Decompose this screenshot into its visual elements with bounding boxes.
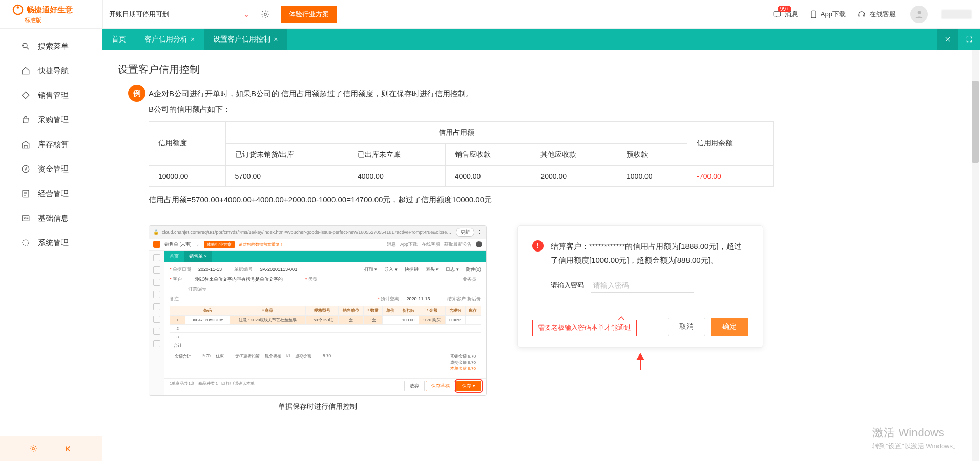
bag-icon [20,115,31,125]
sidebar-item-label: 经营管理 [38,189,69,199]
user-icon [914,9,924,19]
th-credit-limit: 信用额度 [149,121,226,165]
tab-bar: 首页 客户信用分析× 设置客户信用控制× [102,29,980,50]
sidebar-item-operation[interactable]: 经营管理 [0,181,102,206]
mini-logo-icon [153,241,160,248]
th-col: 预收款 [617,143,687,165]
credit-control-dialog: ! 结算客户：************的信用占用额为[1888.00元]，超过了… [517,225,763,348]
th-col: 其他应收款 [531,143,617,165]
password-callout: 需要老板输入密码本单才能通过 [532,320,637,336]
warehouse-icon [20,139,31,150]
tab-fullscreen-button[interactable] [958,29,980,50]
th-col: 已出库未立账 [348,143,446,165]
sidebar-item-label: 资金管理 [38,164,69,174]
sidebar-item-system[interactable]: 系统管理 [0,230,102,255]
sidebar-item-inventory[interactable]: 库存核算 [0,132,102,157]
warning-icon: ! [532,240,544,252]
sidebar-item-label: 采购管理 [38,115,69,125]
close-icon[interactable]: × [191,35,195,44]
ring-icon [20,238,31,248]
sidebar-item-sales[interactable]: 销售管理 [0,83,102,108]
svg-point-12 [23,240,29,246]
sidebar-item-label: 快捷导航 [38,66,69,76]
report-icon [20,188,31,199]
sidebar-item-label: 库存核算 [38,140,69,150]
svg-point-2 [264,13,267,15]
example-badge: 例 [128,85,145,102]
page-title: 设置客户信用控制 [118,62,965,76]
svg-point-13 [32,448,35,450]
lock-icon: 🔒 [153,229,159,235]
search-icon [20,41,31,51]
th-col: 销售应收款 [445,143,531,165]
sidebar-item-quicknav[interactable]: 快捷导航 [0,58,102,83]
th-col: 已订货未销货/出库 [225,143,348,165]
brand-icon [12,4,24,15]
settings-gear-button[interactable] [256,10,275,19]
account-dropdown[interactable]: 开账日期可停用可删 ⌄ [102,0,256,28]
th-credit-remain: 信用用余额 [687,121,774,165]
online-service-button[interactable]: 在线客服 [857,10,896,19]
example-section: 例 A企对B公司进行开单时，如果B公司的 信用占用额超过了信用额度，则在保存时进… [118,87,965,427]
home-icon [20,66,31,76]
sidebar-item-label: 基础信息 [38,214,69,223]
money-icon: ¥ [20,164,31,174]
scrollbar-thumb[interactable] [972,81,979,163]
avatar[interactable] [910,6,928,23]
credit-formula: 信用占用额=5700.00+4000.00+4000.00+2000.00-10… [149,195,949,205]
sidebar-item-basicinfo[interactable]: 基础信息 [0,206,102,230]
svg-point-5 [918,11,921,14]
footer-gear-button[interactable] [29,444,38,453]
sidebar: 搜索菜单 快捷导航 销售管理 采购管理 库存核算 ¥ 资金管理 [0,29,102,461]
svg-rect-4 [811,11,816,17]
cancel-button[interactable]: 取消 [668,318,705,336]
svg-point-11 [24,217,25,219]
tag-icon [20,90,31,100]
phone-icon [809,10,818,19]
example-description: A企对B公司进行开单时，如果B公司的 信用占用额超过了信用额度，则在保存时进行信… [149,87,949,101]
example-subtitle: B公司的信用额占如下： [149,104,949,114]
mini-screenshot: 🔒 cloud.chanjet.com/req/u/1/pbr/cm?ds/?m… [149,225,487,396]
sidebar-item-funds[interactable]: ¥ 资金管理 [0,157,102,181]
card-icon [20,213,31,223]
username[interactable] [941,10,972,19]
windows-watermark: 激活 Windows 转到"设置"以激活 Windows。 [872,425,960,451]
password-input[interactable] [591,278,694,293]
sidebar-item-label: 系统管理 [38,238,69,248]
sidebar-item-search[interactable]: 搜索菜单 [0,34,102,58]
sidebar-item-label: 搜索菜单 [38,41,69,51]
arrow-icon [636,353,644,360]
chevron-down-icon: ⌄ [243,10,249,18]
illustration-caption: 单据保存时进行信用控制 [149,402,487,411]
brand-edition: 标准版 [25,16,41,24]
tab-credit-control[interactable]: 设置客户信用控制× [204,29,287,50]
ok-button[interactable]: 确定 [711,318,748,336]
close-icon[interactable]: × [274,35,278,44]
gear-icon [261,10,270,19]
footer-collapse-button[interactable] [65,445,74,452]
tab-home[interactable]: 首页 [102,29,135,50]
th-credit-occupy: 信用占用额 [225,121,687,143]
headset-icon [857,10,866,19]
brand-name: 畅捷通好生意 [27,5,73,15]
svg-rect-10 [22,216,29,221]
messages-button[interactable]: 消息 99+ [773,10,798,19]
app-download-button[interactable]: App下载 [809,10,846,19]
table-row: 10000.00 5700.00 4000.00 4000.00 2000.00… [149,165,774,186]
svg-text:¥: ¥ [24,167,27,172]
svg-point-1 [17,6,19,9]
logo: 畅捷通好生意 标准版 [0,4,102,24]
menu-icon: ⋮ [477,229,482,235]
credit-table: 信用额度 信用占用额 信用用余额 已订货未销货/出库 已出库未立账 销售应收款 … [149,121,774,187]
dialog-message: 结算客户：************的信用占用额为[1888.00元]，超过了信用… [551,239,748,267]
svg-rect-3 [774,11,781,16]
tab-credit-analysis[interactable]: 客户信用分析× [135,29,204,50]
experience-industry-button[interactable]: 体验行业方案 [281,6,337,23]
sidebar-item-label: 销售管理 [38,91,69,100]
tab-close-all-button[interactable] [937,29,958,50]
messages-badge: 99+ [778,6,791,12]
password-label: 请输入密码 [551,281,584,290]
sidebar-item-purchase[interactable]: 采购管理 [0,108,102,132]
